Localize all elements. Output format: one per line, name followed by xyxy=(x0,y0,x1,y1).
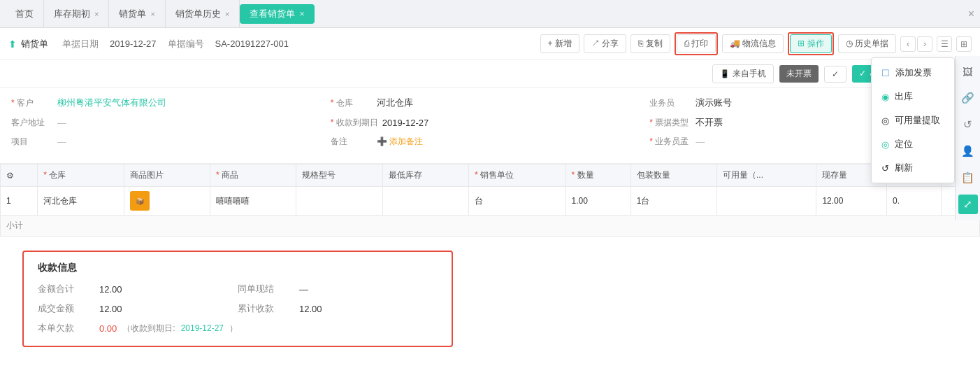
same-settle-value: — xyxy=(299,284,308,295)
tab-sales-history[interactable]: 销货单历史 × xyxy=(166,0,240,27)
customer-value[interactable]: 柳州粤港平安气体有限公司 xyxy=(57,97,166,109)
tab-sales-order-close[interactable]: × xyxy=(150,10,154,18)
remark-label: 备注 xyxy=(331,136,373,148)
owed-date: 2019-12-27 xyxy=(181,323,224,333)
btn-operate[interactable]: ⊞ 操作 xyxy=(790,34,831,53)
btn-history[interactable]: ◷ 历史单据 xyxy=(838,34,896,53)
dropdown-locate[interactable]: ◎ 定位 xyxy=(872,132,954,156)
tab-sales-history-close[interactable]: × xyxy=(225,10,229,18)
date-value: 2019-12-27 xyxy=(110,38,157,49)
product-image: 📦 xyxy=(130,191,150,211)
dropdown-refresh[interactable]: ↺ 刷新 xyxy=(872,156,954,180)
col-available: 可用量（... xyxy=(717,164,816,187)
deal-amount-value: 12.00 xyxy=(99,304,122,314)
row-warehouse: 河北仓库 xyxy=(38,187,124,216)
confirm-icon: ✓ xyxy=(832,69,839,79)
btn-copy[interactable]: ⎘ 复制 xyxy=(630,34,670,53)
outbound-label: 出库 xyxy=(895,90,913,103)
form-row-3: 项目 — 备注 ➕ 添加备注 业务员孟 — xyxy=(11,136,969,148)
total-amount-label: 金额合计 xyxy=(38,283,94,295)
sidebar-icon-user[interactable]: 👤 xyxy=(958,141,978,161)
dropdown-available-extract[interactable]: ◎ 可用量提取 xyxy=(872,108,954,132)
tab-bar-close-all[interactable]: × xyxy=(968,8,974,20)
tab-sales-order[interactable]: 销货单 × xyxy=(109,0,165,27)
dropdown-menu: ☐ 添加发票 ◉ 出库 ◎ 可用量提取 ◎ 定位 ↺ 刷新 xyxy=(871,57,955,183)
subtotal-row: 小计 xyxy=(1,216,980,237)
row-unit-price: 0. xyxy=(887,187,942,216)
tab-view-sales-close[interactable]: × xyxy=(299,8,305,19)
owed-extra: （收款到期日: xyxy=(122,323,175,335)
row-min-stock xyxy=(382,187,468,216)
invoice-value: 不开票 xyxy=(696,116,723,129)
address-field: 客户地址 — xyxy=(11,117,331,129)
btn-confirm[interactable]: ✓ xyxy=(824,66,846,83)
btn-share[interactable]: ↗ 分享 xyxy=(584,34,626,53)
customer-field: 客户 柳州粤港平安气体有限公司 xyxy=(11,97,331,109)
nav-prev[interactable]: ‹ xyxy=(900,36,916,52)
btn-logistics[interactable]: 🚚 物流信息 xyxy=(722,34,784,53)
col-min-stock: 最低库存 xyxy=(382,164,468,187)
subtotal-label: 小计 xyxy=(1,216,980,237)
tab-inventory-init-close[interactable]: × xyxy=(94,10,99,18)
data-table: ⚙ 仓库 商品图片 商品 规格型号 最低库存 销售单位 数量 包装数量 可用量（… xyxy=(0,164,980,237)
tab-sales-order-label: 销货单 xyxy=(119,8,146,20)
refresh-label: 刷新 xyxy=(895,162,913,174)
col-settings[interactable]: ⚙ xyxy=(1,164,38,187)
from-phone-icon: 📱 xyxy=(720,69,730,78)
summary-title: 收款信息 xyxy=(38,262,438,274)
btn-print[interactable]: ⎙ 打印 xyxy=(677,34,716,53)
project-field: 项目 — xyxy=(11,136,331,148)
row-spec xyxy=(296,187,382,216)
sales-staff-label: 业务员孟 xyxy=(649,136,691,148)
invoice-label: 票据类型 xyxy=(649,117,691,129)
view-grid[interactable]: ⊞ xyxy=(956,36,972,52)
refresh-icon: ↺ xyxy=(881,163,889,174)
tab-view-sales[interactable]: 查看销货单 × xyxy=(240,4,315,24)
sidebar-icon-image[interactable]: 🖼 xyxy=(958,62,978,81)
row-img: 📦 xyxy=(124,187,210,216)
sidebar-icon-link[interactable]: 🔗 xyxy=(958,88,978,108)
staff-value: 演示账号 xyxy=(696,97,732,109)
summary-total-paid: 累计收款 12.00 xyxy=(238,301,438,316)
tab-view-sales-label: 查看销货单 xyxy=(250,8,295,20)
btn-not-open[interactable]: 未开票 xyxy=(779,65,819,83)
btn-from-phone[interactable]: 📱 来自手机 xyxy=(712,64,774,83)
view-list[interactable]: ☰ xyxy=(937,36,952,52)
project-label: 项目 xyxy=(11,136,53,148)
sidebar-icon-note[interactable]: 📋 xyxy=(958,168,978,188)
sales-staff-value: — xyxy=(696,136,705,147)
project-value: — xyxy=(57,136,66,147)
row-product: 嘻嘻嘻嘻 xyxy=(210,187,296,216)
row-pack-qty: 1台 xyxy=(630,187,716,216)
summary-grid: 金额合计 12.00 同单现结 — 成交金额 12.00 累计收款 12.00 … xyxy=(38,281,438,336)
tab-sales-history-label: 销货单历史 xyxy=(175,8,221,20)
tab-bar: 首页 库存期初 × 销货单 × 销货单历史 × 查看销货单 × × xyxy=(0,0,980,28)
row-current-stock: 12.00 xyxy=(816,187,887,216)
sidebar-icon-expand[interactable]: ⤢ xyxy=(958,195,978,214)
summary-total-amount: 金额合计 12.00 xyxy=(38,281,238,297)
tab-inventory-init-label: 库存期初 xyxy=(54,8,90,20)
btn-new[interactable]: + 新增 xyxy=(540,34,579,53)
locate-icon: ◎ xyxy=(881,139,889,150)
operate-highlight-box: ⊞ 操作 xyxy=(788,32,833,55)
add-remark-btn[interactable]: ➕ 添加备注 xyxy=(377,136,423,148)
col-spec: 规格型号 xyxy=(296,164,382,187)
doc-icon: ⬆ xyxy=(8,38,17,50)
payment-date-label: 收款到期日 xyxy=(331,117,378,129)
summary-box: 收款信息 金额合计 12.00 同单现结 — 成交金额 12.00 累计收款 1… xyxy=(22,251,453,347)
sidebar-icon-refresh[interactable]: ↺ xyxy=(958,115,978,134)
nav-arrows: ‹ › xyxy=(900,36,932,52)
address-value: — xyxy=(57,118,66,128)
owed-label: 本单欠款 xyxy=(38,322,94,335)
summary-container: 收款信息 金额合计 12.00 同单现结 — 成交金额 12.00 累计收款 1… xyxy=(0,237,980,361)
tab-home[interactable]: 首页 xyxy=(6,0,44,27)
col-warehouse: 仓库 xyxy=(38,164,124,187)
nav-next[interactable]: › xyxy=(917,36,932,52)
dropdown-add-invoice[interactable]: ☐ 添加发票 xyxy=(872,61,954,85)
table-header-row: ⚙ 仓库 商品图片 商品 规格型号 最低库存 销售单位 数量 包装数量 可用量（… xyxy=(1,164,980,187)
available-extract-icon: ◎ xyxy=(881,115,889,126)
date-label: 单据日期 xyxy=(62,38,99,50)
tab-inventory-init[interactable]: 库存期初 × xyxy=(44,0,109,27)
locate-label: 定位 xyxy=(895,138,913,150)
dropdown-outbound[interactable]: ◉ 出库 xyxy=(872,85,954,108)
